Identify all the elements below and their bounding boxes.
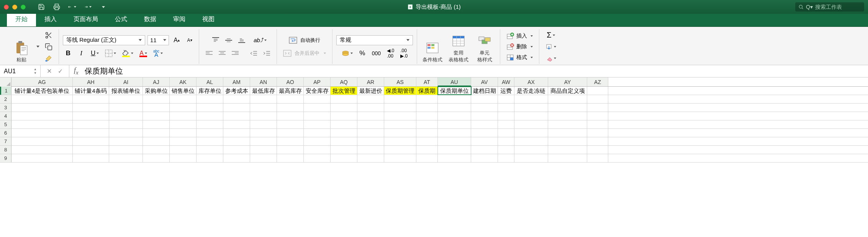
row-header-5[interactable]: 5: [0, 120, 11, 128]
tab-home[interactable]: 开始: [7, 12, 36, 26]
cell[interactable]: [277, 112, 304, 120]
row-header-9[interactable]: 9: [0, 154, 11, 162]
cell[interactable]: [357, 104, 384, 112]
decrease-indent-button[interactable]: [247, 48, 260, 58]
cell[interactable]: 商品自定义项: [548, 87, 587, 95]
search-sheet-box[interactable]: Q▾: [795, 2, 864, 12]
cell[interactable]: [109, 112, 143, 120]
cell[interactable]: [143, 95, 170, 103]
cell[interactable]: [277, 146, 304, 154]
cell[interactable]: [416, 120, 438, 128]
cell[interactable]: [223, 104, 250, 112]
cell[interactable]: [514, 104, 548, 112]
cell[interactable]: [438, 95, 471, 103]
cell[interactable]: [471, 120, 498, 128]
cell[interactable]: [304, 146, 331, 154]
comma-button[interactable]: 000: [370, 48, 383, 58]
cell[interactable]: [11, 137, 73, 145]
cell[interactable]: [223, 129, 250, 137]
cell[interactable]: 库存单位: [197, 87, 223, 95]
accept-formula-button[interactable]: ✓: [58, 67, 63, 75]
format-painter-button[interactable]: [43, 54, 55, 63]
cell[interactable]: [384, 129, 416, 137]
orientation-button[interactable]: ab⤴: [254, 35, 266, 45]
cell[interactable]: [587, 154, 608, 162]
cell[interactable]: [143, 129, 170, 137]
cell[interactable]: [471, 112, 498, 120]
tab-view[interactable]: 视图: [194, 12, 223, 26]
cell[interactable]: [357, 137, 384, 145]
cell[interactable]: [514, 154, 548, 162]
cell[interactable]: [223, 137, 250, 145]
cell[interactable]: [357, 146, 384, 154]
search-input[interactable]: [815, 4, 861, 10]
bold-button[interactable]: B: [63, 48, 74, 58]
column-header-AL[interactable]: AL: [197, 77, 223, 86]
grow-font-button[interactable]: A▴: [171, 35, 182, 45]
cell[interactable]: [11, 112, 73, 120]
column-header-AN[interactable]: AN: [250, 77, 277, 86]
cell[interactable]: 最高库存: [277, 87, 304, 95]
cell[interactable]: [438, 120, 471, 128]
cell[interactable]: [197, 120, 223, 128]
cell[interactable]: [331, 146, 357, 154]
cell[interactable]: [73, 95, 109, 103]
column-header-AJ[interactable]: AJ: [143, 77, 170, 86]
decrease-decimal-button[interactable]: .00▶.0: [398, 48, 409, 58]
wrap-text-button[interactable]: 自动换行: [287, 35, 323, 45]
cell[interactable]: [143, 104, 170, 112]
column-header-AG[interactable]: AG: [11, 77, 73, 86]
cell[interactable]: [143, 112, 170, 120]
increase-indent-button[interactable]: [260, 48, 273, 58]
cell[interactable]: [471, 104, 498, 112]
cell[interactable]: [498, 104, 514, 112]
cell[interactable]: [109, 104, 143, 112]
align-right-button[interactable]: [229, 48, 241, 58]
cell[interactable]: [331, 104, 357, 112]
cell[interactable]: [304, 112, 331, 120]
phonetic-button[interactable]: abcA: [151, 48, 165, 58]
cell[interactable]: [438, 112, 471, 120]
cell[interactable]: 销售单位: [170, 87, 197, 95]
copy-button[interactable]: [43, 42, 55, 51]
merge-center-button[interactable]: 合并后居中: [281, 48, 328, 58]
cell[interactable]: 采购单位: [143, 87, 170, 95]
cell[interactable]: [384, 104, 416, 112]
cell[interactable]: [223, 120, 250, 128]
column-header-AT[interactable]: AT: [416, 77, 438, 86]
column-header-AQ[interactable]: AQ: [331, 77, 357, 86]
cell[interactable]: [197, 154, 223, 162]
column-header-AM[interactable]: AM: [223, 77, 250, 86]
cell[interactable]: [277, 120, 304, 128]
cell[interactable]: [109, 137, 143, 145]
cell[interactable]: [331, 112, 357, 120]
cell[interactable]: [357, 154, 384, 162]
font-size-select[interactable]: 11: [147, 35, 169, 45]
cell[interactable]: [331, 129, 357, 137]
cell[interactable]: [514, 137, 548, 145]
cell[interactable]: 批次管理: [331, 87, 357, 95]
align-left-button[interactable]: [203, 48, 215, 58]
cell[interactable]: [109, 129, 143, 137]
cell[interactable]: [384, 154, 416, 162]
cell[interactable]: [331, 154, 357, 162]
namebox-up-icon[interactable]: ▲: [32, 67, 39, 71]
align-bottom-button[interactable]: [236, 35, 248, 45]
cell[interactable]: [277, 129, 304, 137]
cell[interactable]: [587, 95, 608, 103]
cell[interactable]: [170, 95, 197, 103]
column-header-AK[interactable]: AK: [170, 77, 197, 86]
row-header-4[interactable]: 4: [0, 112, 11, 120]
cell[interactable]: [471, 95, 498, 103]
cut-button[interactable]: [43, 31, 55, 40]
cell[interactable]: [548, 95, 587, 103]
cell[interactable]: [498, 95, 514, 103]
column-header-AI[interactable]: AI: [109, 77, 143, 86]
cell[interactable]: [73, 104, 109, 112]
column-header-AR[interactable]: AR: [357, 77, 384, 86]
format-cells-button[interactable]: 格式: [504, 53, 535, 63]
cell[interactable]: 报表辅单位: [109, 87, 143, 95]
cell[interactable]: [471, 154, 498, 162]
cell[interactable]: [304, 104, 331, 112]
underline-button[interactable]: U: [89, 48, 101, 58]
